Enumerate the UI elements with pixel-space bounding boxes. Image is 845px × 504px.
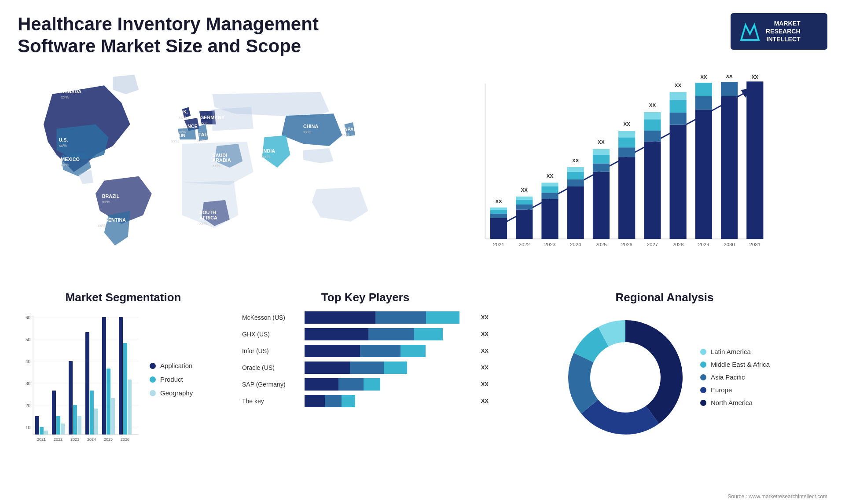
player-row-mckesson: McKesson (US) XX: [242, 311, 489, 324]
legend-dot-product: [150, 376, 156, 383]
svg-rect-47: [516, 197, 533, 200]
svg-text:xx%: xx%: [171, 139, 180, 143]
legend-application: Application: [150, 362, 193, 369]
player-value-infor: XX: [481, 347, 489, 354]
svg-text:xx%: xx%: [197, 138, 206, 142]
svg-text:XX: XX: [649, 102, 656, 107]
svg-text:SAUDI: SAUDI: [213, 152, 228, 157]
bar-seg1: [305, 378, 338, 391]
svg-text:xx%: xx%: [200, 121, 209, 125]
svg-text:XX: XX: [752, 75, 759, 80]
svg-rect-56: [567, 186, 584, 239]
svg-rect-59: [567, 167, 584, 172]
svg-text:CHINA: CHINA: [303, 123, 318, 128]
svg-rect-81: [670, 113, 687, 125]
bottom-section: Market Segmentation 60 50 40 30 20 10: [18, 291, 827, 475]
svg-rect-76: [644, 119, 661, 131]
svg-text:xx%: xx%: [102, 199, 110, 204]
svg-rect-62: [593, 172, 610, 239]
svg-rect-68: [618, 157, 635, 239]
legend-dot-europe: [700, 387, 706, 393]
svg-text:xx%: xx%: [61, 95, 69, 99]
bar-seg2: [325, 395, 342, 407]
legend-dot-middle-east-africa: [700, 362, 706, 368]
player-name-oracle: Oracle (US): [242, 364, 299, 371]
player-row-oracle: Oracle (US) XX: [242, 362, 489, 374]
legend-europe: Europe: [700, 386, 770, 394]
svg-text:SPAIN: SPAIN: [171, 133, 185, 138]
svg-text:10: 10: [26, 425, 31, 430]
legend-label-north-america: North America: [711, 399, 753, 406]
svg-rect-95: [746, 81, 763, 239]
donut-chart: [559, 311, 691, 443]
bar-seg3: [384, 362, 408, 374]
svg-text:2025: 2025: [595, 242, 606, 247]
bar-seg2: [360, 345, 400, 357]
bar-seg3: [364, 378, 380, 391]
legend-dot-asia-pacific: [700, 374, 706, 380]
svg-rect-58: [567, 172, 584, 179]
svg-rect-70: [618, 137, 635, 147]
svg-rect-128: [102, 317, 106, 435]
logo-text: MARKET RESEARCH INTELLECT: [766, 19, 801, 44]
svg-rect-88: [695, 83, 712, 96]
svg-text:FRANCE: FRANCE: [178, 123, 198, 128]
svg-rect-124: [85, 332, 89, 435]
players-list: McKesson (US) XX GHX (US) XX: [242, 311, 489, 407]
svg-text:XX: XX: [675, 83, 682, 88]
player-row-infor: Infor (US) XX: [242, 345, 489, 357]
top-section: CANADA xx% U.S. xx% MEXICO xx% BRAZIL xx…: [18, 66, 827, 278]
svg-text:2021: 2021: [37, 437, 46, 442]
svg-rect-133: [123, 343, 127, 435]
svg-text:30: 30: [26, 381, 31, 386]
player-bar-sap: [305, 378, 473, 391]
segmentation-title: Market Segmentation: [18, 291, 229, 304]
svg-text:AFRICA: AFRICA: [199, 215, 217, 220]
player-bar-oracle: [305, 362, 473, 374]
svg-text:2028: 2028: [672, 242, 683, 247]
regional-wrapper: Latin America Middle East & Africa Asia …: [502, 311, 827, 443]
svg-rect-46: [516, 199, 533, 204]
svg-text:xx%: xx%: [262, 153, 271, 158]
player-value-mckesson: XX: [481, 314, 489, 321]
player-row-thekey: The key XX: [242, 395, 489, 407]
svg-rect-92: [721, 82, 738, 96]
svg-text:60: 60: [26, 315, 31, 320]
svg-text:XX: XX: [495, 199, 502, 204]
legend-dot-north-america: [700, 400, 706, 406]
svg-text:2026: 2026: [621, 242, 632, 247]
svg-text:2022: 2022: [519, 242, 530, 247]
svg-text:XX: XX: [726, 75, 733, 79]
regional-legend: Latin America Middle East & Africa Asia …: [700, 348, 770, 406]
legend-label-asia-pacific: Asia Pacific: [711, 373, 745, 381]
svg-rect-71: [618, 131, 635, 137]
svg-rect-63: [593, 163, 610, 172]
legend-latin-america: Latin America: [700, 348, 770, 355]
player-bar-mckesson: [305, 311, 473, 324]
bar-seg3: [342, 395, 355, 407]
regional-panel: Regional Analysis: [502, 291, 827, 475]
legend-asia-pacific: Asia Pacific: [700, 373, 770, 381]
legend-geography: Geography: [150, 389, 193, 397]
svg-rect-40: [490, 209, 507, 214]
segmentation-legend: Application Product Geography: [150, 362, 193, 397]
svg-text:XX: XX: [700, 75, 707, 80]
svg-text:2021: 2021: [493, 242, 504, 247]
bar-seg1: [305, 328, 368, 340]
svg-rect-113: [40, 427, 44, 435]
legend-label-latin-america: Latin America: [711, 348, 751, 355]
legend-north-america: North America: [700, 399, 770, 406]
svg-text:2023: 2023: [544, 242, 555, 247]
player-value-oracle: XX: [481, 364, 489, 371]
header: Healthcare Inventory Management Software…: [18, 13, 827, 58]
bar-seg2: [338, 378, 364, 391]
svg-rect-57: [567, 179, 584, 186]
svg-text:xx%: xx%: [199, 221, 208, 226]
svg-text:2023: 2023: [70, 437, 79, 442]
svg-rect-64: [593, 154, 610, 163]
bar-seg1: [305, 345, 360, 357]
key-players-title: Top Key Players: [242, 291, 489, 304]
bar-seg3: [400, 345, 426, 357]
seg-chart-area: 60 50 40 30 20 10: [18, 311, 229, 448]
player-name-sap: SAP (Germany): [242, 381, 299, 388]
